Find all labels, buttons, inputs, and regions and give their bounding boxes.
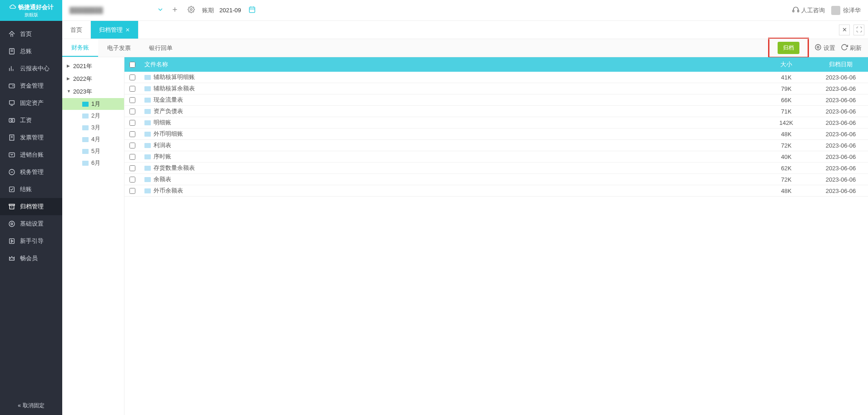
file-icon	[144, 132, 151, 137]
nav-item-settings[interactable]: 基础设置	[0, 215, 62, 232]
nav-item-ledger[interactable]: 总账	[0, 43, 62, 60]
settings-icon	[8, 220, 15, 227]
subtab[interactable]: 银行回单	[140, 39, 182, 57]
table-row[interactable]: 资产负债表71K2023-06-06	[124, 106, 868, 117]
calendar-icon[interactable]	[247, 4, 258, 16]
user-menu[interactable]: 徐泽华	[831, 6, 861, 15]
file-icon	[144, 86, 151, 91]
tree-month[interactable]: 3月	[62, 122, 124, 133]
nav-item-asset[interactable]: 固定资产	[0, 94, 62, 112]
file-size: 142K	[759, 119, 813, 126]
svg-rect-32	[793, 10, 794, 12]
tree-month[interactable]: 1月	[62, 98, 124, 110]
guide-icon	[8, 237, 15, 245]
table-row[interactable]: 外币余额表48K2023-06-06	[124, 185, 868, 197]
tree-month[interactable]: 5月	[62, 145, 124, 157]
svg-point-34	[817, 46, 819, 48]
month-label: 5月	[91, 147, 100, 155]
nav-label: 新手引导	[20, 237, 44, 245]
company-selector[interactable]: ████████	[69, 7, 151, 14]
nav-item-close[interactable]: 结账	[0, 181, 62, 198]
col-name-header[interactable]: 文件名称	[140, 60, 759, 69]
table-row[interactable]: 现金流量表66K2023-06-06	[124, 94, 868, 106]
nav-item-chart[interactable]: 云报表中心	[0, 60, 62, 77]
gear-icon	[814, 44, 822, 52]
tree-month[interactable]: 2月	[62, 110, 124, 122]
table-row[interactable]: 存货数量余额表62K2023-06-06	[124, 163, 868, 174]
row-checkbox[interactable]	[129, 154, 135, 160]
table-row[interactable]: 辅助核算余额表79K2023-06-06	[124, 83, 868, 94]
select-all-checkbox[interactable]	[129, 62, 135, 68]
tab-label: 首页	[70, 26, 82, 34]
table-row[interactable]: 余额表72K2023-06-06	[124, 174, 868, 185]
file-icon	[144, 120, 151, 125]
file-icon	[144, 143, 151, 148]
nav-label: 畅会员	[20, 254, 38, 262]
tab[interactable]: 首页	[62, 21, 91, 39]
svg-rect-28	[249, 7, 255, 13]
row-checkbox[interactable]	[129, 86, 135, 92]
refresh-button[interactable]: 刷新	[841, 44, 862, 52]
tree-month[interactable]: 4月	[62, 133, 124, 145]
table-row[interactable]: 序时账40K2023-06-06	[124, 151, 868, 163]
folder-icon	[82, 161, 89, 166]
tab[interactable]: 归档管理✕	[91, 21, 139, 39]
period-label: 账期	[202, 6, 214, 15]
row-checkbox[interactable]	[129, 109, 135, 114]
refresh-label: 刷新	[850, 44, 862, 52]
subtab[interactable]: 财务账	[62, 39, 98, 57]
svg-rect-17	[10, 187, 15, 192]
file-date: 2023-06-06	[813, 131, 868, 138]
consult-button[interactable]: 人工咨询	[792, 6, 825, 15]
table-row[interactable]: 明细账142K2023-06-06	[124, 117, 868, 128]
row-checkbox[interactable]	[129, 131, 135, 137]
tree-month[interactable]: 6月	[62, 157, 124, 169]
gear-icon[interactable]	[186, 4, 197, 16]
period-value[interactable]: 2021-09	[219, 7, 241, 14]
chevron-down-icon[interactable]	[157, 6, 164, 15]
file-size: 72K	[759, 142, 813, 149]
nav-item-guide[interactable]: 新手引导	[0, 232, 62, 250]
archive-button[interactable]: 归档	[778, 42, 799, 54]
nav-item-inout[interactable]: 进销台账	[0, 146, 62, 163]
table-row[interactable]: 外币明细账48K2023-06-06	[124, 128, 868, 140]
tree-year[interactable]: 2023年	[62, 85, 124, 98]
nav-item-archive[interactable]: 归档管理	[0, 198, 62, 215]
table-row[interactable]: 辅助核算明细账41K2023-06-06	[124, 72, 868, 83]
nav-item-tax[interactable]: 税务管理	[0, 163, 62, 181]
row-checkbox[interactable]	[129, 143, 135, 148]
file-icon	[144, 177, 151, 182]
nav-label: 首页	[20, 30, 32, 38]
file-date: 2023-06-06	[813, 188, 868, 194]
nav-item-vip[interactable]: 畅会员	[0, 250, 62, 267]
close-icon[interactable]: ✕	[125, 27, 130, 33]
nav-item-wallet[interactable]: 资金管理	[0, 77, 62, 94]
row-checkbox[interactable]	[129, 177, 135, 183]
col-date-header[interactable]: 归档日期	[813, 60, 868, 69]
sidebar-unpin[interactable]: «取消固定	[0, 396, 62, 415]
fullscreen-icon[interactable]: ⛶	[853, 25, 864, 35]
tree-year[interactable]: 2022年	[62, 73, 124, 85]
subtab[interactable]: 电子发票	[98, 39, 140, 57]
table-row[interactable]: 利润表72K2023-06-06	[124, 140, 868, 151]
row-checkbox[interactable]	[129, 120, 135, 126]
row-checkbox[interactable]	[129, 165, 135, 171]
file-size: 66K	[759, 97, 813, 104]
settings-button[interactable]: 设置	[814, 44, 835, 52]
month-label: 2月	[91, 112, 100, 120]
file-date: 2023-06-06	[813, 176, 868, 183]
add-icon[interactable]	[169, 4, 180, 16]
row-checkbox[interactable]	[129, 188, 135, 194]
nav-item-invoice[interactable]: 发票管理	[0, 129, 62, 146]
page-tabs: 首页归档管理✕ ✕ ⛶	[62, 21, 868, 39]
tree-year[interactable]: 2021年	[62, 60, 124, 73]
file-date: 2023-06-06	[813, 85, 868, 92]
row-checkbox[interactable]	[129, 97, 135, 103]
nav-item-salary[interactable]: 工资	[0, 112, 62, 129]
close-tab-icon[interactable]: ✕	[839, 25, 850, 35]
nav-item-home[interactable]: 首页	[0, 25, 62, 43]
col-size-header[interactable]: 大小	[759, 60, 813, 69]
row-checkbox[interactable]	[129, 74, 135, 80]
file-size: 71K	[759, 108, 813, 115]
svg-rect-10	[9, 119, 15, 122]
